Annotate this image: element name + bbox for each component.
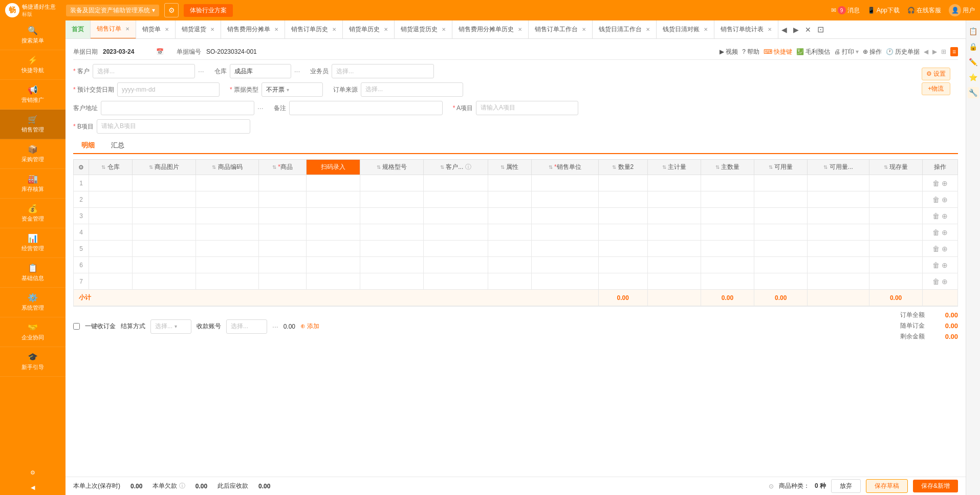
address-input[interactable]	[101, 101, 254, 115]
profit-btn[interactable]: 💹 毛利预估	[796, 48, 830, 56]
row-data-cell[interactable]	[89, 241, 133, 257]
row-data-cell[interactable]	[754, 241, 808, 257]
row-data-cell[interactable]	[531, 208, 598, 224]
tab-sales-order[interactable]: 销售订单 ✕	[91, 20, 136, 39]
settings-icon[interactable]: ⚙	[164, 3, 179, 17]
grid-view-icon[interactable]: ⊞	[941, 48, 946, 55]
row-data-cell[interactable]	[701, 241, 754, 257]
row-data-cell[interactable]	[531, 224, 598, 241]
help-btn[interactable]: ? 帮助	[742, 48, 759, 56]
row-data-cell[interactable]	[259, 208, 306, 224]
row-data-cell[interactable]	[360, 175, 424, 191]
row-data-cell[interactable]	[89, 273, 133, 290]
copy-row-icon[interactable]: ⊕	[942, 277, 948, 286]
delete-row-icon[interactable]: 🗑	[932, 212, 940, 220]
row-data-cell[interactable]	[195, 257, 259, 273]
row-data-cell[interactable]	[531, 241, 598, 257]
row-data-cell[interactable]	[647, 257, 701, 273]
customer-more-btn[interactable]: ···	[198, 67, 204, 75]
row-data-cell[interactable]	[488, 241, 531, 257]
add-payment-btn[interactable]: ⊕ 添加	[300, 322, 319, 331]
row-data-cell[interactable]	[89, 224, 133, 241]
account-select[interactable]: 选择...	[226, 319, 267, 334]
sidebar-item-marketing[interactable]: 📢 营销推广	[0, 80, 66, 110]
row-data-cell[interactable]	[195, 175, 259, 191]
sort-icon[interactable]: ⇅	[884, 164, 888, 170]
tab-close-icon[interactable]: ✕	[125, 26, 129, 32]
tab-close-icon[interactable]: ✕	[442, 27, 446, 32]
warehouse-more-btn[interactable]: ···	[294, 67, 300, 75]
row-data-cell[interactable]	[360, 191, 424, 208]
sidebar-item-system[interactable]: ⚙️ 系统管理	[0, 288, 66, 317]
project-b-input[interactable]: 请输入B项目	[97, 119, 250, 134]
row-data-cell[interactable]	[647, 224, 701, 241]
row-data-cell[interactable]	[132, 273, 195, 290]
tab-prev-btn[interactable]: ◀	[778, 20, 790, 39]
app-download-btn[interactable]: 📱 App下载	[867, 6, 900, 15]
row-data-cell[interactable]	[808, 273, 869, 290]
sidebar-item-enterprise[interactable]: 🤝 企业协同	[0, 317, 66, 347]
row-data-cell[interactable]	[754, 273, 808, 290]
order-source-input[interactable]: 选择...	[361, 82, 463, 97]
row-data-cell[interactable]	[360, 257, 424, 273]
history-btn[interactable]: 🕐 历史单据	[886, 48, 920, 56]
row-data-cell[interactable]	[89, 191, 133, 208]
staff-input[interactable]: 选择...	[332, 64, 434, 78]
sort-icon[interactable]: ⇅	[823, 164, 827, 170]
sidebar-settings-btn[interactable]: ⚙	[0, 465, 66, 480]
row-data-cell[interactable]	[808, 191, 869, 208]
nav-next-icon[interactable]: ▶	[932, 48, 937, 55]
row-data-cell[interactable]	[132, 241, 195, 257]
col-settings[interactable]: ⚙	[74, 160, 89, 175]
right-panel-icon-5[interactable]: 🔧	[968, 87, 979, 98]
row-data-cell[interactable]	[423, 273, 488, 290]
settings-button[interactable]: ⚙ 设置	[922, 68, 950, 80]
copy-row-icon[interactable]: ⊕	[942, 245, 948, 253]
tab-sales-expense[interactable]: 销售费用分摊单 ✕	[221, 20, 285, 39]
row-data-cell[interactable]	[869, 208, 922, 224]
copy-row-icon[interactable]: ⊕	[942, 261, 948, 269]
row-data-cell[interactable]	[598, 241, 647, 257]
row-data-cell[interactable]	[306, 208, 360, 224]
tab-summary[interactable]: 汇总	[103, 138, 133, 153]
sort-icon[interactable]: ⇅	[149, 164, 153, 170]
tab-order-workbench[interactable]: 销售订单工作台 ✕	[529, 20, 593, 39]
row-data-cell[interactable]	[754, 175, 808, 191]
tab-close-icon[interactable]: ✕	[768, 27, 772, 32]
sort-icon[interactable]: ⇅	[662, 164, 666, 170]
row-data-cell[interactable]	[423, 241, 488, 257]
row-data-cell[interactable]	[306, 175, 360, 191]
logistics-button[interactable]: +物流	[922, 82, 950, 95]
row-data-cell[interactable]	[701, 175, 754, 191]
row-data-cell[interactable]	[132, 257, 195, 273]
tab-sales-return[interactable]: 销货退货 ✕	[176, 20, 221, 39]
sort-icon[interactable]: ⇅	[500, 164, 505, 170]
tab-sales-slip-history[interactable]: 销货单历史 ✕	[343, 20, 395, 39]
row-data-cell[interactable]	[869, 224, 922, 241]
row-data-cell[interactable]	[360, 273, 424, 290]
system-name[interactable]: 装备及固定资产辅助管理系统 ▾	[66, 5, 159, 16]
tab-sales-order-history[interactable]: 销售订单历史 ✕	[285, 20, 343, 39]
delete-row-icon[interactable]: 🗑	[932, 196, 940, 204]
row-data-cell[interactable]	[701, 257, 754, 273]
save-new-button[interactable]: 保存&新增	[913, 480, 958, 492]
tab-sales-slip[interactable]: 销货单 ✕	[136, 20, 176, 39]
tab-close-icon[interactable]: ✕	[704, 27, 708, 32]
row-data-cell[interactable]	[306, 191, 360, 208]
row-data-cell[interactable]	[598, 224, 647, 241]
row-data-cell[interactable]	[598, 257, 647, 273]
tab-close-icon[interactable]: ✕	[210, 27, 214, 32]
tab-close-icon[interactable]: ✕	[646, 27, 650, 32]
row-data-cell[interactable]	[423, 208, 488, 224]
row-data-cell[interactable]	[647, 175, 701, 191]
row-data-cell[interactable]	[701, 224, 754, 241]
row-data-cell[interactable]	[488, 224, 531, 241]
row-data-cell[interactable]	[531, 273, 598, 290]
sidebar-item-basic-info[interactable]: 📋 基础信息	[0, 258, 66, 288]
row-data-cell[interactable]	[423, 175, 488, 191]
method-select[interactable]: 选择... ▾	[150, 319, 191, 334]
row-data-cell[interactable]	[647, 273, 701, 290]
project-a-input[interactable]: 请输入A项目	[476, 101, 578, 115]
copy-row-icon[interactable]: ⊕	[942, 179, 948, 187]
tab-close-icon[interactable]: ✕	[332, 27, 336, 32]
